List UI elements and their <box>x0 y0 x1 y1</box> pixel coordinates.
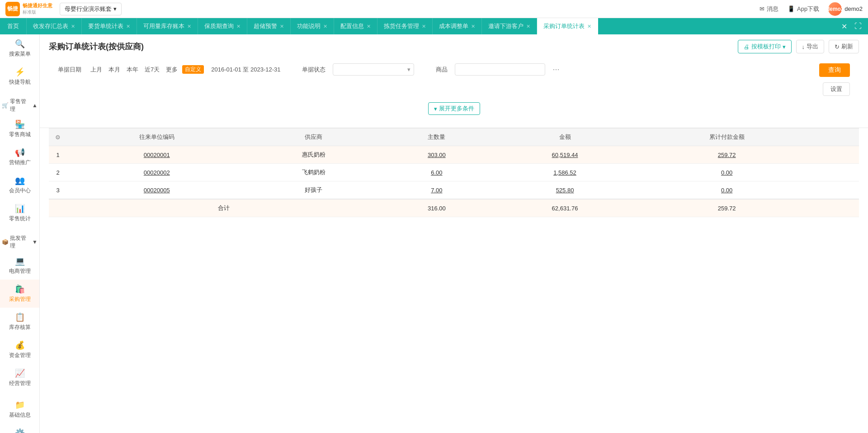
td-extra-3 <box>816 181 859 200</box>
tab-close-receive-pay[interactable]: ✕ <box>71 24 75 29</box>
td-amount-2[interactable]: 1,586.52 <box>493 164 637 181</box>
avatar: demo2 <box>828 2 842 16</box>
td-code-2[interactable]: 00020002 <box>67 164 246 181</box>
more-dots-btn[interactable]: ··· <box>552 65 559 74</box>
app-download-btn[interactable]: 📱 App下载 <box>788 5 819 13</box>
sidebar-item-retail-mgmt[interactable]: 🛒 零售管理 ▲ <box>0 94 39 115</box>
tab-available-stock[interactable]: 可用量库存账本 ✕ <box>137 18 198 34</box>
tab-goods-stat[interactable]: 要货单统计表 ✕ <box>82 18 137 34</box>
table-gear-icon[interactable]: ⚙ <box>55 134 61 141</box>
tab-purchase-stat[interactable]: 采购订单统计表 ✕ <box>537 18 598 34</box>
tab-close-available-stock[interactable]: ✕ <box>187 24 191 29</box>
sidebar-item-retail-stat[interactable]: 📊 零售统计 <box>0 199 39 227</box>
sidebar-item-finance[interactable]: 💰 资金管理 <box>0 336 39 364</box>
th-code: 往来单位编码 <box>67 128 246 146</box>
sidebar-item-ecommerce[interactable]: 💻 电商管理 <box>0 252 39 280</box>
footer-qty: 316.00 <box>381 199 493 217</box>
sidebar-item-operation[interactable]: 📈 经营管理 <box>0 364 39 392</box>
tab-close-invite[interactable]: ✕ <box>526 24 530 29</box>
filter-row-date: 单据日期 上月 本月 本年 近7天 更多 自定义 2016-01-01 至 20… <box>58 63 810 76</box>
shortcut-last-month[interactable]: 上月 <box>89 65 104 75</box>
status-filter-label: 单据状态 <box>302 66 326 74</box>
sidebar-item-stock-check[interactable]: 📋 库存核算 <box>0 308 39 336</box>
td-code-1[interactable]: 00020001 <box>67 146 246 164</box>
th-paid: 累计付款金额 <box>637 128 816 146</box>
retail-store-icon: 🏪 <box>15 119 25 129</box>
sidebar-item-member[interactable]: 👥 会员中心 <box>0 171 39 199</box>
tab-close-func-desc[interactable]: ✕ <box>323 24 327 29</box>
date-filter-label: 单据日期 <box>58 66 81 74</box>
tab-overstock[interactable]: 超储预警 ✕ <box>247 18 291 34</box>
tab-close-warranty[interactable]: ✕ <box>236 24 241 29</box>
workspace-selector[interactable]: 母婴行业演示账套 ▾ <box>60 3 122 15</box>
td-paid-3[interactable]: 0.00 <box>637 181 816 200</box>
sidebar-item-purchase-mgmt[interactable]: 🛍️ 采购管理 <box>0 280 39 308</box>
td-seq-2: 2 <box>49 164 67 181</box>
operation-icon: 📈 <box>15 368 25 378</box>
shortcut-7days[interactable]: 近7天 <box>143 65 161 75</box>
shortcut-this-month[interactable]: 本月 <box>107 65 122 75</box>
tab-fullscreen-btn[interactable]: ⛶ <box>852 21 864 31</box>
tab-close-all-btn[interactable]: ✕ <box>839 21 850 32</box>
sidebar-item-marketing[interactable]: 📢 营销推广 <box>0 143 39 171</box>
table-container: ⚙ 往来单位编码 供应商 主数量 金额 累计付款金额 1 00020001 <box>40 128 868 433</box>
tab-receive-pay[interactable]: 收发存汇总表 ✕ <box>27 18 82 34</box>
top-bar-right: ✉ 消息 📱 App下载 demo2 demo2 <box>760 2 863 16</box>
sidebar-item-quick-nav[interactable]: ⚡ 快捷导航 <box>0 62 39 90</box>
sidebar-item-system[interactable]: ⚙️ 系统管理 <box>0 423 39 433</box>
td-paid-2[interactable]: 0.00 <box>637 164 816 181</box>
data-table: ⚙ 往来单位编码 供应商 主数量 金额 累计付款金额 1 00020001 <box>49 128 859 217</box>
tab-close-overstock[interactable]: ✕ <box>280 24 284 29</box>
print-button[interactable]: 🖨 按模板打印 ▾ <box>738 40 792 53</box>
goods-input[interactable] <box>455 63 545 76</box>
shortcut-more[interactable]: 更多 <box>164 65 179 75</box>
td-amount-1[interactable]: 60,519.44 <box>493 146 637 164</box>
td-qty-3[interactable]: 7.00 <box>381 181 493 200</box>
tab-close-cost-adjust[interactable]: ✕ <box>471 24 475 29</box>
export-button[interactable]: ↓ 导出 <box>796 40 825 53</box>
status-select-wrapper <box>333 63 414 76</box>
stock-check-icon: 📋 <box>15 312 25 322</box>
sidebar-item-retail-store[interactable]: 🏪 零售商城 <box>0 115 39 143</box>
tab-close-pick-task[interactable]: ✕ <box>422 24 426 29</box>
sidebar-item-search[interactable]: 🔍 搜索菜单 <box>0 34 39 62</box>
retail-stat-icon: 📊 <box>15 204 25 214</box>
sidebar-item-basic-info[interactable]: 📁 基础信息 <box>0 395 39 423</box>
marketing-icon: 📢 <box>15 148 25 157</box>
tab-func-desc[interactable]: 功能说明 ✕ <box>291 18 334 34</box>
tab-close-config[interactable]: ✕ <box>367 24 371 29</box>
tab-pick-task[interactable]: 拣货任务管理 ✕ <box>377 18 433 34</box>
td-amount-3[interactable]: 525.80 <box>493 181 637 200</box>
tab-close-purchase-stat[interactable]: ✕ <box>587 24 591 29</box>
query-button[interactable]: 查询 <box>819 63 850 77</box>
expand-conditions-btn[interactable]: ▾ 展开更多条件 <box>428 102 480 115</box>
user-area[interactable]: demo2 demo2 <box>828 2 863 16</box>
app-tagline: 标准版 <box>23 9 52 15</box>
sidebar-item-wholesale-mgmt[interactable]: 📦 批发管理 ▼ <box>0 231 39 252</box>
settings-button[interactable]: 设置 <box>823 82 850 96</box>
tab-config[interactable]: 配置信息 ✕ <box>334 18 377 34</box>
tab-warranty[interactable]: 保质期查询 ✕ <box>198 18 247 34</box>
tab-bar-end: ✕ ⛶ <box>839 21 868 32</box>
td-qty-1[interactable]: 303.00 <box>381 146 493 164</box>
tab-close-goods-stat[interactable]: ✕ <box>126 24 130 29</box>
status-select[interactable] <box>333 63 414 76</box>
table-row: 1 00020001 惠氏奶粉 303.00 60,519.44 259.72 <box>49 146 859 164</box>
main-layout: 🔍 搜索菜单 ⚡ 快捷导航 🛒 零售管理 ▲ 🏪 零售商城 📢 营销推广 👥 会… <box>0 34 868 433</box>
message-btn[interactable]: ✉ 消息 <box>760 5 778 13</box>
tab-cost-adjust[interactable]: 成本调整单 ✕ <box>433 18 482 34</box>
tab-invite-downstream[interactable]: 邀请下游客户 ✕ <box>482 18 537 34</box>
tab-home[interactable]: 首页 <box>0 18 27 34</box>
td-qty-2[interactable]: 6.00 <box>381 164 493 181</box>
td-code-3[interactable]: 00020005 <box>67 181 246 200</box>
table-row: 3 00020005 好孩子 7.00 525.80 0.00 <box>49 181 859 200</box>
th-settings[interactable]: ⚙ <box>49 128 67 146</box>
refresh-button[interactable]: ↻ 刷新 <box>829 40 859 53</box>
table-footer: 合计 316.00 62,631.76 259.72 <box>49 199 859 217</box>
table-head: ⚙ 往来单位编码 供应商 主数量 金额 累计付款金额 <box>49 128 859 146</box>
footer-extra <box>816 199 859 217</box>
th-qty: 主数量 <box>381 128 493 146</box>
td-paid-1[interactable]: 259.72 <box>637 146 816 164</box>
td-supplier-3: 好孩子 <box>246 181 380 200</box>
shortcut-this-year[interactable]: 本年 <box>125 65 140 75</box>
